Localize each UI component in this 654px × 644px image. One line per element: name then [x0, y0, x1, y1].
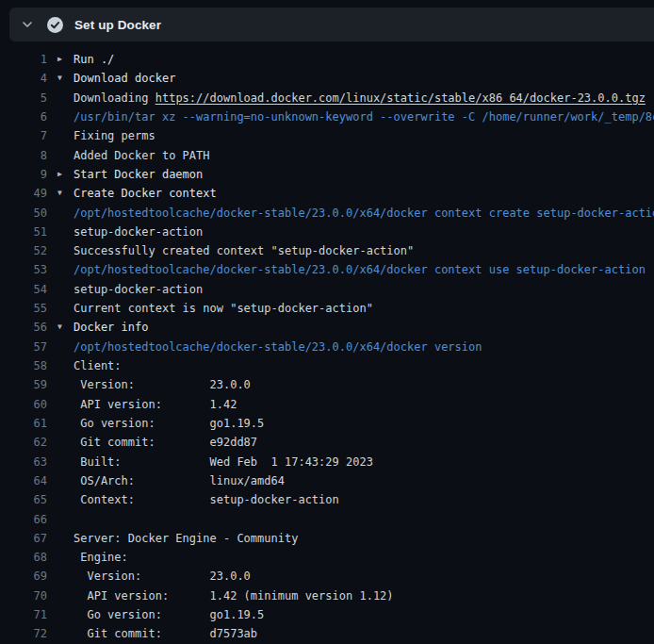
- twisty-spacer: [47, 260, 74, 279]
- triangle-down-icon[interactable]: ▼: [47, 69, 74, 88]
- twisty-spacer: [47, 299, 74, 318]
- triangle-down-icon[interactable]: ▼: [47, 318, 74, 337]
- twisty-spacer: [47, 529, 74, 548]
- twisty-spacer: [47, 280, 74, 299]
- twisty-spacer: [47, 107, 74, 126]
- twisty-spacer: [47, 471, 74, 490]
- log-line: 62 Git commit: e92dd87: [0, 433, 654, 452]
- log-line-number[interactable]: 53: [0, 260, 47, 279]
- log-line-number[interactable]: 68: [0, 548, 47, 567]
- twisty-spacer: [47, 395, 74, 414]
- log-line-text: /opt/hostedtoolcache/docker-stable/23.0.…: [74, 338, 654, 356]
- twisty-spacer: [47, 126, 74, 145]
- log-line: 65 Context: setup-docker-action: [0, 490, 654, 509]
- triangle-right-icon[interactable]: ▶: [47, 165, 74, 184]
- log-line-number[interactable]: 49: [0, 184, 47, 203]
- log-line: 72 Git commit: d7573ab: [0, 624, 654, 643]
- log-line-number[interactable]: 62: [0, 433, 47, 452]
- log-line-number[interactable]: 1: [0, 50, 47, 69]
- twisty-spacer: [47, 510, 74, 529]
- log-line: 57/opt/hostedtoolcache/docker-stable/23.…: [0, 338, 654, 356]
- twisty-spacer: [47, 414, 74, 433]
- triangle-right-icon[interactable]: ▶: [47, 50, 74, 69]
- log-line-number[interactable]: 64: [0, 471, 47, 490]
- chevron-down-icon[interactable]: [21, 18, 34, 31]
- log-line-number[interactable]: 55: [0, 299, 47, 318]
- log-line-number[interactable]: 51: [0, 223, 47, 241]
- twisty-spacer: [47, 433, 74, 452]
- log-line: 9▶Start Docker daemon: [0, 165, 654, 184]
- log-line-text: setup-docker-action: [74, 280, 654, 299]
- log-line-number[interactable]: 54: [0, 280, 47, 299]
- twisty-spacer: [47, 375, 74, 394]
- log-line-number[interactable]: 56: [0, 318, 47, 337]
- log-line: 66: [0, 510, 654, 529]
- log-line-text[interactable]: Start Docker daemon: [74, 165, 654, 184]
- log-line-number[interactable]: 8: [0, 146, 47, 165]
- log-line-number[interactable]: 72: [0, 624, 47, 643]
- log-line-text[interactable]: Create Docker context: [74, 184, 654, 203]
- log-console: 1▶Run ./4▼Download docker5Downloading ht…: [0, 41, 654, 644]
- log-line: 70 API version: 1.42 (minimum version 1.…: [0, 586, 654, 605]
- log-line-text: Engine:: [74, 548, 654, 567]
- log-link[interactable]: https://download.docker.com/linux/static…: [155, 91, 646, 105]
- log-line-text: Downloading https://download.docker.com/…: [74, 89, 654, 107]
- log-line: 50/opt/hostedtoolcache/docker-stable/23.…: [0, 204, 654, 223]
- log-line-number[interactable]: 60: [0, 395, 47, 414]
- twisty-spacer: [47, 241, 74, 260]
- log-line-text: Go version: go1.19.5: [74, 414, 654, 433]
- log-line-text: Added Docker to PATH: [74, 146, 654, 165]
- log-line-number[interactable]: 52: [0, 241, 47, 260]
- log-line-text: [74, 510, 654, 529]
- log-line-text: API version: 1.42: [74, 395, 654, 414]
- log-line-number[interactable]: 50: [0, 204, 47, 223]
- log-line-number[interactable]: 67: [0, 529, 47, 548]
- twisty-spacer: [47, 586, 74, 605]
- log-line: 8Added Docker to PATH: [0, 146, 654, 165]
- log-line-number[interactable]: 63: [0, 453, 47, 471]
- twisty-spacer: [47, 490, 74, 509]
- twisty-spacer: [47, 338, 74, 356]
- log-line-text[interactable]: Docker info: [74, 318, 654, 337]
- log-line-text[interactable]: Download docker: [74, 69, 654, 88]
- log-line-text: Successfully created context "setup-dock…: [74, 241, 654, 260]
- log-line: 60 API version: 1.42: [0, 395, 654, 414]
- twisty-spacer: [47, 567, 74, 586]
- log-line: 1▶Run ./: [0, 50, 654, 69]
- log-line-number[interactable]: 7: [0, 126, 47, 145]
- log-line-number[interactable]: 5: [0, 89, 47, 107]
- log-line-text: Server: Docker Engine - Community: [74, 529, 654, 548]
- log-line-text: /opt/hostedtoolcache/docker-stable/23.0.…: [74, 260, 654, 279]
- log-line-number[interactable]: 57: [0, 338, 47, 356]
- log-line-text: Fixing perms: [74, 126, 654, 145]
- twisty-spacer: [47, 453, 74, 471]
- log-line-number[interactable]: 58: [0, 356, 47, 375]
- log-line-number[interactable]: 69: [0, 567, 47, 586]
- log-line-text: setup-docker-action: [74, 223, 654, 241]
- log-line: 69 Version: 23.0.0: [0, 567, 654, 586]
- log-line-text[interactable]: Run ./: [74, 50, 654, 69]
- twisty-spacer: [47, 223, 74, 241]
- log-line-text: Version: 23.0.0: [74, 375, 654, 394]
- log-line: 67Server: Docker Engine - Community: [0, 529, 654, 548]
- log-line: 53/opt/hostedtoolcache/docker-stable/23.…: [0, 260, 654, 279]
- log-line-number[interactable]: 61: [0, 414, 47, 433]
- log-line-number[interactable]: 6: [0, 107, 47, 126]
- log-line-text: Built: Wed Feb 1 17:43:29 2023: [74, 453, 654, 471]
- triangle-down-icon[interactable]: ▼: [47, 184, 74, 203]
- log-line: 52Successfully created context "setup-do…: [0, 241, 654, 260]
- step-header[interactable]: Set up Docker: [9, 8, 654, 41]
- log-line: 6/usr/bin/tar xz --warning=no-unknown-ke…: [0, 107, 654, 126]
- log-line-number[interactable]: 4: [0, 69, 47, 88]
- log-line-number[interactable]: 65: [0, 490, 47, 509]
- log-line-text: Version: 23.0.0: [74, 567, 654, 586]
- log-line-number[interactable]: 9: [0, 165, 47, 184]
- log-line-number[interactable]: 66: [0, 510, 47, 529]
- log-line-text: /opt/hostedtoolcache/docker-stable/23.0.…: [74, 204, 654, 223]
- log-line-number[interactable]: 70: [0, 586, 47, 605]
- twisty-spacer: [47, 605, 74, 624]
- twisty-spacer: [47, 204, 74, 223]
- log-line-number[interactable]: 59: [0, 375, 47, 394]
- log-line-number[interactable]: 71: [0, 605, 47, 624]
- log-line-text: Git commit: e92dd87: [74, 433, 654, 452]
